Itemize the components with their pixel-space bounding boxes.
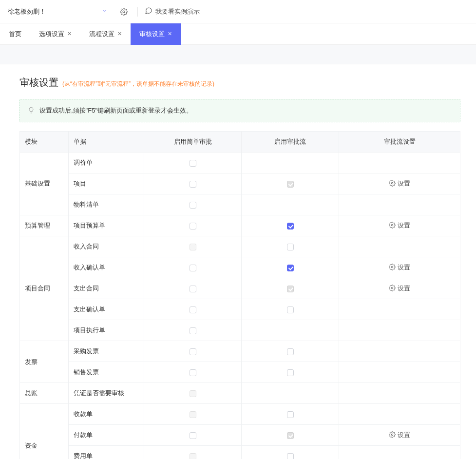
simple-approve-checkbox[interactable] — [190, 348, 196, 355]
flow-settings-cell — [339, 446, 460, 459]
svg-point-3 — [391, 266, 393, 268]
gear-icon[interactable] — [117, 5, 131, 19]
tab-2[interactable]: 流程设置✕ — [80, 23, 131, 45]
chevron-down-icon — [101, 8, 107, 15]
flow-approve-checkbox[interactable] — [287, 369, 294, 376]
tab-label: 首页 — [9, 30, 21, 38]
svg-point-0 — [123, 11, 125, 13]
settings-link-label: 设置 — [398, 221, 410, 230]
flow-approve-cell — [242, 404, 339, 425]
document-cell: 物料清单 — [69, 194, 144, 215]
alert-text: 设置成功后,须按"F5"键刷新页面或重新登录才会生效。 — [39, 106, 192, 115]
flow-approve-checkbox[interactable] — [287, 453, 294, 459]
close-icon[interactable]: ✕ — [168, 31, 172, 37]
document-cell: 凭证是否需要审核 — [69, 383, 144, 404]
close-icon[interactable]: ✕ — [117, 31, 122, 37]
simple-approve-checkbox[interactable] — [190, 306, 196, 313]
document-cell: 支出确认单 — [69, 299, 144, 320]
simple-approve-cell — [144, 153, 242, 173]
alert: 设置成功后,须按"F5"键刷新页面或重新登录才会生效。 — [19, 99, 460, 122]
simple-approve-cell — [144, 173, 242, 194]
flow-approve-cell — [242, 362, 339, 383]
simple-approve-cell — [144, 194, 242, 215]
document-cell: 收入确认单 — [69, 257, 144, 278]
tab-1[interactable]: 选项设置✕ — [30, 23, 80, 45]
flow-approve-cell — [242, 236, 339, 257]
flow-approve-checkbox[interactable] — [287, 223, 294, 230]
module-cell: 资金 — [20, 404, 69, 459]
simple-approve-checkbox[interactable] — [190, 432, 196, 439]
tab-label: 选项设置 — [39, 30, 64, 38]
close-icon[interactable]: ✕ — [67, 31, 72, 37]
settings-link[interactable]: 设置 — [389, 284, 410, 293]
page-select-value: 徐老板勿删！ — [8, 7, 46, 16]
tab-3[interactable]: 审核设置✕ — [131, 23, 181, 45]
chat-icon — [145, 7, 152, 16]
flow-approve-checkbox — [287, 286, 294, 292]
simple-approve-checkbox[interactable] — [190, 327, 196, 334]
flow-settings-cell — [339, 320, 460, 341]
document-cell: 项目预算单 — [69, 215, 144, 236]
simple-approve-checkbox[interactable] — [190, 265, 196, 271]
settings-link-label: 设置 — [398, 263, 410, 272]
flow-approve-checkbox[interactable] — [287, 306, 294, 313]
gear-icon — [389, 180, 396, 188]
settings-link[interactable]: 设置 — [389, 179, 410, 188]
simple-approve-checkbox[interactable] — [190, 286, 196, 292]
flow-approve-checkbox[interactable] — [287, 411, 294, 418]
lightbulb-icon — [28, 107, 35, 115]
flow-approve-cell — [242, 299, 339, 320]
document-cell: 调价单 — [69, 153, 144, 173]
module-cell: 项目合同 — [20, 236, 69, 341]
table-row: 预算管理项目预算单设置 — [20, 215, 460, 236]
divider — [137, 7, 138, 17]
flow-approve-cell — [242, 320, 339, 341]
settings-link[interactable]: 设置 — [389, 221, 410, 230]
flow-approve-checkbox[interactable] — [287, 348, 294, 355]
simple-approve-cell — [144, 257, 242, 278]
flow-approve-checkbox — [287, 181, 294, 188]
demo-link[interactable]: 我要看实例演示 — [145, 7, 200, 16]
table-row: 物料清单 — [20, 194, 460, 215]
simple-approve-checkbox[interactable] — [190, 181, 196, 188]
settings-link[interactable]: 设置 — [389, 431, 410, 440]
flow-settings-cell — [339, 362, 460, 383]
page-select[interactable]: 徐老板勿删！ — [4, 4, 111, 19]
flow-approve-cell — [242, 278, 339, 299]
content: 审核设置 (从“有审流程”到“无审流程”，该单据不能存在未审核的记录) 设置成功… — [0, 64, 476, 459]
flow-approve-cell — [242, 425, 339, 446]
table-row: 资金收款单 — [20, 404, 460, 425]
simple-approve-cell — [144, 446, 242, 459]
settings-link-label: 设置 — [398, 431, 410, 440]
table-row: 费用单 — [20, 446, 460, 459]
document-cell: 收款单 — [69, 404, 144, 425]
flow-approve-cell — [242, 153, 339, 173]
settings-link[interactable]: 设置 — [389, 263, 410, 272]
simple-approve-checkbox — [190, 411, 196, 418]
flow-approve-cell — [242, 446, 339, 459]
simple-approve-checkbox[interactable] — [190, 369, 196, 376]
col-flow-settings: 审批流设置 — [339, 132, 460, 153]
flow-approve-checkbox[interactable] — [287, 265, 294, 271]
simple-approve-checkbox[interactable] — [190, 202, 196, 209]
page-gap — [0, 45, 476, 64]
flow-settings-cell — [339, 153, 460, 173]
document-cell: 付款单 — [69, 425, 144, 446]
flow-approve-checkbox[interactable] — [287, 244, 294, 250]
tab-0[interactable]: 首页 — [0, 23, 30, 45]
table-row: 基础设置调价单 — [20, 153, 460, 173]
flow-settings-cell: 设置 — [339, 257, 460, 278]
table-row: 项目设置 — [20, 173, 460, 194]
page-title: 审核设置 — [19, 76, 58, 89]
document-cell: 销售发票 — [69, 362, 144, 383]
simple-approve-checkbox[interactable] — [190, 160, 196, 167]
col-document: 单据 — [69, 132, 144, 153]
simple-approve-cell — [144, 425, 242, 446]
svg-point-1 — [391, 182, 393, 184]
gear-icon — [389, 431, 396, 440]
simple-approve-checkbox[interactable] — [190, 223, 196, 230]
simple-approve-cell — [144, 383, 242, 404]
simple-approve-checkbox — [190, 453, 196, 459]
table-row: 项目合同收入合同 — [20, 236, 460, 257]
svg-point-5 — [391, 434, 393, 436]
